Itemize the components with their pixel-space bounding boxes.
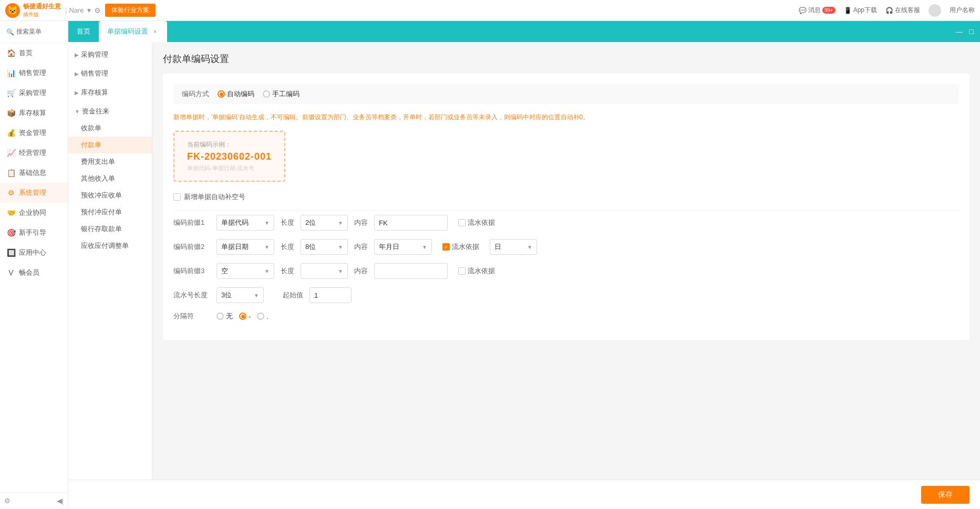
sep-dot-radio[interactable] <box>257 313 264 320</box>
logo: 🐱 畅捷通好生意 插件版 <box>5 2 61 18</box>
topbar-left: 🐱 畅捷通好生意 插件版 | Nare ▼ ⚙ 体验行业方案 <box>5 2 156 18</box>
sec-group-purchase-title[interactable]: ▶ 采购管理 <box>68 46 152 63</box>
sec-group-inventory-title[interactable]: ▶ 库存核算 <box>68 84 152 101</box>
topbar: 🐱 畅捷通好生意 插件版 | Nare ▼ ⚙ 体验行业方案 💬 消息 99+ … <box>0 0 980 21</box>
tab-minimize-btn[interactable]: — <box>954 26 965 37</box>
save-button[interactable]: 保存 <box>921 486 969 504</box>
sec-item-bank[interactable]: 银行存取款单 <box>68 221 152 237</box>
sidebar-item-member[interactable]: V 畅会员 <box>0 263 68 283</box>
prefix2-serial-unit-select[interactable]: 日 ▼ <box>490 239 537 255</box>
prefix1-length-label: 长度 <box>281 218 294 227</box>
prefix3-content-input[interactable] <box>374 263 448 279</box>
nav-dropdown-icon[interactable]: ▼ <box>86 7 92 14</box>
tab-close-btn[interactable]: × <box>151 28 159 35</box>
preview-sub: 单据代码-单据日期-流水号 <box>187 164 272 172</box>
member-icon: V <box>6 268 16 277</box>
sec-group-sales: ▶ 销售管理 <box>68 65 152 82</box>
sec-group-capital: ▼ 资金往来 收款单 付款单 费用支出单 其他收入单 预收冲应收单 预付冲应付单… <box>68 103 152 254</box>
tab-encode-settings[interactable]: 单据编码设置 × <box>99 21 167 42</box>
chevron-right-icon: ▶ <box>75 52 79 58</box>
sidebar-item-system[interactable]: ⚙ 系统管理 <box>0 183 68 203</box>
prefix2-content-select[interactable]: 年月日 ▼ <box>374 239 432 255</box>
sec-item-adjust[interactable]: 应收应付调整单 <box>68 237 152 254</box>
manual-encode-radio[interactable] <box>263 90 270 98</box>
chevron-right-icon-2: ▶ <box>75 71 79 77</box>
prefix-row-2: 编码前缀2 单据日期 ▼ 长度 8位 ▼ 内容 年月日 <box>173 239 959 255</box>
tabbar: 首页 单据编码设置 × — □ <box>68 21 980 42</box>
service-item[interactable]: 🎧 在线客服 <box>885 6 920 15</box>
prefix1-serial-checkbox[interactable] <box>458 219 466 226</box>
secondary-sidebar: ▶ 采购管理 ▶ 销售管理 ▶ 库存核算 <box>68 42 152 480</box>
code-preview-box: 当前编码示例： FK-20230602-001 单据代码-单据日期-流水号 <box>173 131 285 182</box>
sidebar-item-collab[interactable]: 🤝 企业协同 <box>0 203 68 223</box>
encoding-method-row: 编码方式 自动编码 手工编码 <box>173 84 959 104</box>
sec-item-payment[interactable]: 付款单 <box>68 137 152 153</box>
sep-none-option[interactable]: 无 <box>216 311 233 321</box>
manual-encode-option[interactable]: 手工编码 <box>263 89 300 99</box>
download-item[interactable]: 📱 App下载 <box>844 6 877 15</box>
auto-encode-option[interactable]: 自动编码 <box>218 89 254 99</box>
purchase-icon: 🛒 <box>6 88 16 98</box>
auto-encode-radio[interactable] <box>218 90 225 98</box>
sidebar-item-guide[interactable]: 🎯 新手引导 <box>0 223 68 243</box>
sidebar-item-finance[interactable]: 💰 资金管理 <box>0 123 68 143</box>
prefix1-content-input[interactable] <box>374 215 448 231</box>
experience-btn[interactable]: 体验行业方案 <box>105 4 156 17</box>
tab-home[interactable]: 首页 <box>68 21 99 42</box>
prefix1-length-select[interactable]: 2位 ▼ <box>301 215 348 231</box>
collapse-icon[interactable]: ◀| <box>57 497 64 505</box>
auto-fill-row: 新增单据自动补空号 <box>173 192 959 202</box>
chevron-down-icon: ▼ <box>75 109 80 115</box>
sidebar-item-sales[interactable]: 📊 销售管理 <box>0 63 68 83</box>
sec-item-other-income[interactable]: 其他收入单 <box>68 170 152 187</box>
auto-fill-label: 新增单据自动补空号 <box>184 192 245 202</box>
sec-group-sales-title[interactable]: ▶ 销售管理 <box>68 65 152 82</box>
sep-dot-option[interactable]: . <box>257 313 269 320</box>
start-value-label: 起始值 <box>283 290 303 300</box>
prefix2-serial-checkbox[interactable]: ✓ <box>442 243 450 251</box>
prefix2-length-select[interactable]: 8位 ▼ <box>301 239 348 255</box>
bottom-bar: 保存 <box>68 480 980 509</box>
prefix2-select-arrow: ▼ <box>264 244 270 250</box>
settings-footer-icon[interactable]: ⚙ <box>4 497 11 505</box>
basic-icon: 📋 <box>6 168 16 178</box>
prefix2-select[interactable]: 单据日期 ▼ <box>216 239 274 255</box>
sep-none-radio[interactable] <box>216 313 224 320</box>
start-value-input[interactable] <box>310 287 352 303</box>
settings-icon[interactable]: ⚙ <box>94 6 101 15</box>
prefix2-content-label: 内容 <box>354 242 368 252</box>
prefix1-select-arrow: ▼ <box>264 220 270 226</box>
sep-dash-radio[interactable] <box>239 313 246 320</box>
page-title: 付款单编码设置 <box>163 53 969 65</box>
sidebar-item-basic[interactable]: 📋 基础信息 <box>0 163 68 183</box>
separator-row: 分隔符 无 - . <box>173 311 959 321</box>
sidebar-item-apps[interactable]: 🔲 应用中心 <box>0 243 68 263</box>
user-name: 用户名称 <box>950 6 975 15</box>
sec-item-receipt[interactable]: 收款单 <box>68 120 152 137</box>
system-icon: ⚙ <box>6 188 16 198</box>
sec-item-expense[interactable]: 费用支出单 <box>68 153 152 170</box>
messages-item[interactable]: 💬 消息 99+ <box>799 6 835 15</box>
guide-icon: 🎯 <box>6 228 16 237</box>
sidebar-item-ops[interactable]: 📈 经营管理 <box>0 143 68 163</box>
sec-item-prepay-offset[interactable]: 预收冲应收单 <box>68 187 152 204</box>
tab-maximize-btn[interactable]: □ <box>967 26 976 37</box>
prefix1-select[interactable]: 单据代码 ▼ <box>216 215 274 231</box>
sep-dash-option[interactable]: - <box>239 313 251 320</box>
serial-length-select[interactable]: 3位 ▼ <box>216 287 264 303</box>
prefix3-serial-checkbox[interactable] <box>458 267 466 275</box>
user-avatar[interactable] <box>929 4 941 17</box>
prefix3-length-select[interactable]: ▼ <box>301 263 348 279</box>
sec-group-capital-title[interactable]: ▼ 资金往来 <box>68 103 152 120</box>
sidebar-item-home[interactable]: 🏠 首页 <box>0 43 68 63</box>
sidebar-item-purchase[interactable]: 🛒 采购管理 <box>0 83 68 103</box>
prefix2-length-arrow: ▼ <box>338 244 343 250</box>
sec-item-prepaid-offset[interactable]: 预付冲应付单 <box>68 204 152 221</box>
sidebar-item-inventory[interactable]: 📦 库存核算 <box>0 103 68 123</box>
nav-label: Nare <box>69 6 84 14</box>
encoding-method-label: 编码方式 <box>182 89 209 99</box>
search-menu-btn[interactable]: 🔍 搜索菜单 <box>4 25 64 38</box>
settings-card: 编码方式 自动编码 手工编码 <box>163 74 969 340</box>
auto-fill-checkbox[interactable] <box>173 193 181 201</box>
prefix3-select[interactable]: 空 ▼ <box>216 263 274 279</box>
